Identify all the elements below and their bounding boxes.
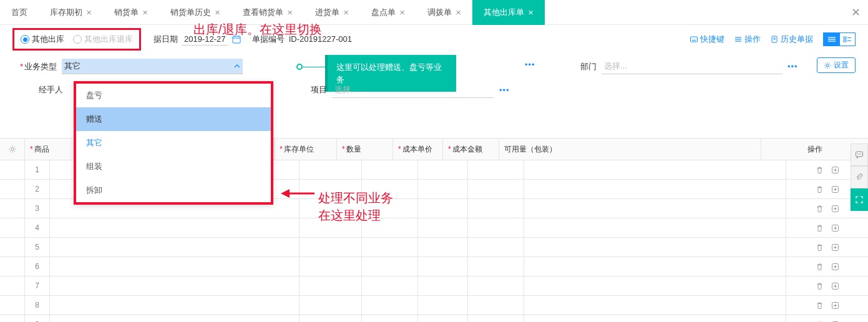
warehouse-more-button[interactable]: ••• [525, 60, 535, 69]
cell-qty[interactable] [362, 296, 418, 315]
calendar-icon[interactable] [232, 35, 241, 44]
biz-type-select[interactable]: 其它 [62, 59, 243, 74]
cell-price[interactable] [418, 238, 468, 256]
cell-product[interactable] [50, 238, 300, 256]
view-list-button[interactable] [823, 32, 839, 46]
add-row-button[interactable] [831, 263, 839, 271]
chevron-up-icon[interactable] [234, 64, 240, 68]
tab-purchase[interactable]: 进货单✕ [304, 0, 360, 25]
add-row-button[interactable] [831, 205, 839, 213]
table-row[interactable]: 4 [0, 218, 868, 238]
delete-row-button[interactable] [816, 243, 824, 251]
close-icon[interactable]: ✕ [528, 0, 534, 25]
delete-row-button[interactable] [816, 224, 824, 232]
cell-amount[interactable] [468, 257, 524, 276]
close-icon[interactable]: ✕ [215, 0, 220, 25]
add-row-button[interactable] [831, 224, 839, 232]
cell-price[interactable] [418, 315, 468, 322]
table-row[interactable]: 7 [0, 276, 868, 296]
cell-price[interactable] [418, 257, 468, 276]
cell-amount[interactable] [468, 276, 524, 295]
radio-other-out[interactable]: 其他出库 [21, 34, 64, 45]
close-icon[interactable]: ✕ [287, 0, 293, 25]
dropdown-option-loss[interactable]: 盘亏 [76, 84, 271, 107]
delete-row-button[interactable] [816, 282, 824, 290]
cell-amount[interactable] [468, 199, 524, 218]
add-row-button[interactable] [831, 301, 839, 310]
side-comment-button[interactable] [851, 144, 868, 166]
cell-unit[interactable] [300, 180, 362, 198]
delete-row-button[interactable] [816, 185, 824, 193]
close-icon[interactable]: ✕ [399, 0, 405, 25]
dept-more-button[interactable]: ••• [788, 62, 798, 71]
delete-row-button[interactable] [816, 166, 824, 174]
cell-qty[interactable] [362, 218, 418, 237]
dropdown-option-gift[interactable]: 赠送 [76, 107, 271, 131]
dropdown-option-other[interactable]: 其它 [76, 131, 271, 155]
dropdown-option-assemble[interactable]: 组装 [76, 155, 271, 178]
cell-amount[interactable] [468, 296, 524, 315]
cell-qty[interactable] [362, 276, 418, 295]
cell-qty[interactable] [362, 199, 418, 218]
cell-amount[interactable] [468, 315, 524, 322]
view-grid-button[interactable] [839, 32, 856, 46]
cell-amount[interactable] [468, 238, 524, 256]
cell-product[interactable] [50, 257, 300, 276]
cell-unit[interactable] [300, 296, 362, 315]
table-row[interactable]: 5 [0, 238, 868, 257]
shortcut-button[interactable]: 快捷键 [690, 34, 724, 45]
close-icon[interactable]: ✕ [343, 0, 349, 25]
add-row-button[interactable] [831, 185, 839, 193]
tab-stocktake[interactable]: 盘点单✕ [360, 0, 416, 25]
close-icon[interactable]: ✕ [86, 0, 92, 25]
cell-unit[interactable] [300, 315, 362, 322]
cell-price[interactable] [418, 180, 468, 198]
project-select[interactable]: 选择... [332, 82, 494, 98]
table-row[interactable]: 6 [0, 257, 868, 276]
dept-select[interactable]: 选择... [602, 59, 783, 74]
cell-unit[interactable] [300, 199, 362, 218]
history-button[interactable]: 历史单据 [771, 34, 813, 45]
tab-other-out[interactable]: 其他出库单✕ [472, 0, 545, 25]
cell-unit[interactable] [300, 218, 362, 237]
tab-sales-history[interactable]: 销货单历史✕ [159, 0, 232, 25]
cell-price[interactable] [418, 296, 468, 315]
settings-button[interactable]: 设置 [817, 57, 856, 73]
gear-column-button[interactable] [0, 139, 25, 160]
side-attach-button[interactable] [851, 166, 868, 188]
delete-row-button[interactable] [816, 301, 824, 310]
cell-amount[interactable] [468, 160, 524, 179]
add-row-button[interactable] [831, 282, 839, 290]
cell-qty[interactable] [362, 160, 418, 179]
cell-product[interactable] [50, 296, 300, 315]
delete-row-button[interactable] [816, 205, 824, 213]
close-all-icon[interactable]: ✕ [851, 6, 861, 19]
cell-qty[interactable] [362, 257, 418, 276]
project-more-button[interactable]: ••• [499, 85, 510, 95]
tab-transfer[interactable]: 调拨单✕ [416, 0, 472, 25]
tab-inventory-init[interactable]: 库存期初✕ [39, 0, 103, 25]
side-expand-button[interactable] [851, 188, 868, 211]
cell-qty[interactable] [362, 315, 418, 322]
close-icon[interactable]: ✕ [142, 0, 148, 25]
add-row-button[interactable] [831, 243, 839, 251]
operate-button[interactable]: 操作 [734, 34, 761, 45]
add-row-button[interactable] [831, 166, 839, 174]
cell-price[interactable] [418, 276, 468, 295]
cell-unit[interactable] [300, 276, 362, 295]
table-row[interactable]: 8 [0, 296, 868, 315]
close-icon[interactable]: ✕ [456, 0, 461, 25]
cell-product[interactable] [50, 315, 300, 322]
cell-unit[interactable] [300, 257, 362, 276]
cell-qty[interactable] [362, 238, 418, 256]
dropdown-option-disassemble[interactable]: 拆卸 [76, 178, 271, 202]
date-input[interactable]: 2019-12-27 [182, 33, 228, 46]
cell-price[interactable] [418, 160, 468, 179]
tab-view-sales[interactable]: 查看销货单✕ [232, 0, 304, 25]
cell-qty[interactable] [362, 180, 418, 198]
tab-home[interactable]: 首页 [0, 0, 39, 25]
cell-unit[interactable] [300, 238, 362, 256]
table-row[interactable]: 9 [0, 315, 868, 322]
cell-unit[interactable] [300, 160, 362, 179]
cell-price[interactable] [418, 218, 468, 237]
